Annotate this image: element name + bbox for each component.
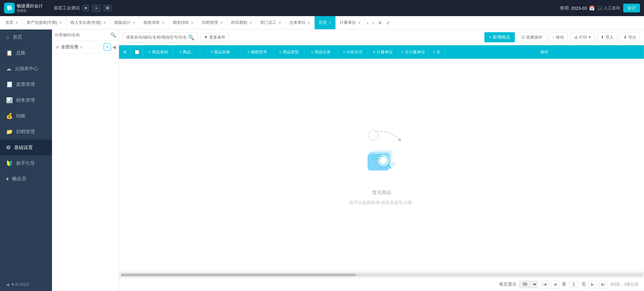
- tab-dept-staff[interactable]: 部门员工 ✕: [256, 16, 285, 30]
- page-num: 1: [569, 281, 579, 288]
- headphone-icon: 🎧: [597, 6, 602, 10]
- empty-svg: [348, 125, 415, 179]
- th-product-code[interactable]: ⇅ 商品...: [173, 45, 200, 59]
- category-search-input[interactable]: [55, 33, 109, 37]
- horizontal-scrollbar[interactable]: [119, 272, 644, 277]
- sidebar-item-tax[interactable]: 📊 税务管理: [0, 92, 52, 108]
- tab-tax-list[interactable]: 税表清单 ✕: [140, 16, 169, 30]
- th-product-name[interactable]: ⇅ 商品名称: [200, 45, 240, 59]
- tab-period-carry-close[interactable]: ✕: [191, 21, 194, 25]
- tab-dept-staff-close[interactable]: ✕: [278, 21, 281, 25]
- move-btn[interactable]: ↕ 移动: [549, 33, 568, 42]
- tab-close-all-btn[interactable]: ✕: [376, 20, 384, 26]
- tab-income-statement-close[interactable]: ✕: [103, 21, 106, 25]
- sidebar-item-invoice[interactable]: 🧾 发票管理: [0, 77, 52, 92]
- category-root-node[interactable]: ⊞ 全部分类 ℹ: [55, 42, 102, 52]
- toolbar-right: + 新增商品 ☑ 批量操作 ↕ 移动 🖨 打印 ▾: [484, 32, 640, 42]
- th-price-method[interactable]: ⇅ 计价方式: [338, 45, 368, 59]
- th-spec[interactable]: ⇅ 规格型号: [240, 45, 274, 59]
- th-operation: 操作: [445, 45, 644, 59]
- product-search-input[interactable]: [126, 35, 186, 40]
- guide-icon: 🔰: [6, 160, 13, 166]
- tab-unit[interactable]: 计量单位 ✕: [336, 16, 365, 30]
- tab-template-close[interactable]: ✕: [132, 21, 135, 25]
- prev-page-btn[interactable]: ◀: [551, 280, 559, 288]
- tab-prev-btn[interactable]: ‹: [365, 20, 371, 26]
- tab-expand-btn[interactable]: ⤢: [384, 20, 392, 26]
- sidebar-item-guide[interactable]: 🔰 新手引导: [0, 155, 52, 171]
- tab-income-statement[interactable]: 收入支出表(年报) ✕: [66, 16, 110, 30]
- tab-balance-sheet[interactable]: 资产负债表(中期) ✕: [22, 16, 66, 30]
- tab-template[interactable]: 模版设计 ✕: [110, 16, 140, 30]
- pagination: 每页显示 50 100 |◀ ◀ 第 1 页 ▶ ▶| 共0页，0条记录: [119, 277, 644, 291]
- tab-subject-init[interactable]: 科目期初 ✕: [227, 16, 256, 30]
- th-barcode[interactable]: ⇅ 商品条码: [143, 45, 173, 59]
- table-header: ⚙ ⇅ 商品条码 ⇅ 商品... ⇅ 商品名称: [119, 45, 644, 59]
- category-edit-btn[interactable]: ✎: [104, 43, 111, 51]
- th-unit[interactable]: ⇅ 计量单位: [368, 45, 398, 59]
- tab-unit-close[interactable]: ✕: [358, 21, 361, 25]
- first-page-btn[interactable]: |◀: [540, 280, 548, 288]
- select-all-checkbox[interactable]: [135, 50, 139, 54]
- tax-icon: 📊: [6, 97, 13, 103]
- sidebar-item-basic-settings[interactable]: ⚙ 基础设置: [0, 140, 52, 155]
- last-page-btn[interactable]: ▶|: [599, 280, 607, 288]
- th-main-unit[interactable]: ⇅ 主计量单位: [398, 45, 428, 59]
- sidebar-item-membership[interactable]: ♦ 畅会员: [0, 171, 52, 187]
- sidebar-item-settle[interactable]: 💰 结账: [0, 108, 52, 124]
- panel-collapse-btn[interactable]: ◀: [112, 44, 116, 50]
- tab-partner-close[interactable]: ✕: [308, 21, 310, 25]
- export-btn[interactable]: ⬇ 导出: [620, 33, 640, 42]
- th-settings[interactable]: ⚙: [119, 45, 131, 59]
- workspace-label: 基层工会测试: [54, 5, 80, 11]
- sidebar-item-cloud-report[interactable]: ☁ 云报表中心: [0, 61, 52, 77]
- calendar-icon[interactable]: 📅: [589, 5, 595, 11]
- archive-icon: 📁: [6, 129, 13, 135]
- help-button[interactable]: 🎧 人工咨询: [597, 5, 620, 11]
- scroll-thumb: [121, 274, 356, 276]
- sidebar-item-archive[interactable]: 📁 归档管理: [0, 124, 52, 140]
- next-page-btn[interactable]: ▶: [589, 280, 597, 288]
- th-product-category[interactable]: ⇅ 商品分类: [304, 45, 338, 59]
- add-workspace-btn[interactable]: ＋: [92, 4, 101, 12]
- add-product-btn[interactable]: + 新增商品: [484, 32, 515, 42]
- tab-tax-list-close[interactable]: ✕: [162, 21, 164, 25]
- settings-btn[interactable]: ⚙: [103, 5, 112, 11]
- tab-inventory-close[interactable]: ✕: [329, 21, 331, 25]
- th-product-type[interactable]: ⇅ 商品类型: [274, 45, 304, 59]
- filter-btn[interactable]: ▼ 更多条件: [200, 33, 229, 42]
- tab-income-statement-label: 收入支出表(年报): [70, 20, 101, 26]
- tab-archive-close[interactable]: ✕: [220, 21, 223, 25]
- tab-next-btn[interactable]: ›: [371, 20, 376, 26]
- search-box-icon[interactable]: 🔍: [188, 34, 195, 41]
- total-info: 共0页，0条记录: [610, 282, 639, 287]
- page-size-select[interactable]: 50 100: [519, 281, 538, 288]
- tab-partner[interactable]: 往来单位 ✕: [285, 16, 315, 30]
- settings-icon: ⚙: [6, 144, 11, 151]
- th-col3[interactable]: ⇅ 主: [428, 45, 445, 59]
- import-btn[interactable]: ⬆ 导入: [597, 33, 617, 42]
- print-dropdown-icon: ▾: [589, 35, 591, 40]
- sidebar-item-ledger[interactable]: 📋 总账: [0, 45, 52, 61]
- tab-balance-sheet-label: 资产负债表(中期): [26, 20, 57, 26]
- tab-partner-label: 往来单位: [289, 20, 306, 26]
- workspace-dropdown[interactable]: ▾: [83, 5, 89, 11]
- tab-homepage-close[interactable]: ✕: [15, 21, 18, 25]
- account-button[interactable]: 会计: [623, 4, 640, 12]
- logo-area: 畅 畅捷通好会计 旗舰版: [4, 3, 51, 13]
- tab-subject-init-close[interactable]: ✕: [249, 21, 252, 25]
- tab-archive[interactable]: 归档管理 ✕: [198, 16, 227, 30]
- grid-icon: ⊞: [56, 45, 59, 49]
- category-search-icon[interactable]: 🔍: [110, 32, 116, 38]
- tab-period-carry[interactable]: 期末结转 ✕: [169, 16, 198, 30]
- print-btn[interactable]: 🖨 打印 ▾: [570, 33, 594, 42]
- tab-inventory[interactable]: 存货 ✕: [315, 16, 336, 30]
- th-checkbox[interactable]: [131, 45, 143, 59]
- tab-tax-list-label: 税表清单: [144, 20, 160, 26]
- sidebar: ⌂ 首页 📋 总账 ☁ 云报表中心 🧾 发票管理 📊 税务管理 💰 结账 📁 归…: [0, 30, 52, 291]
- sidebar-collapse-btn[interactable]: ◀ ◀ 取消固定: [0, 278, 52, 291]
- batch-btn[interactable]: ☑ 批量操作: [518, 33, 546, 42]
- tab-balance-sheet-close[interactable]: ✕: [59, 21, 62, 25]
- tab-homepage[interactable]: 首页 ✕: [1, 16, 22, 30]
- sidebar-item-home[interactable]: ⌂ 首页: [0, 30, 52, 45]
